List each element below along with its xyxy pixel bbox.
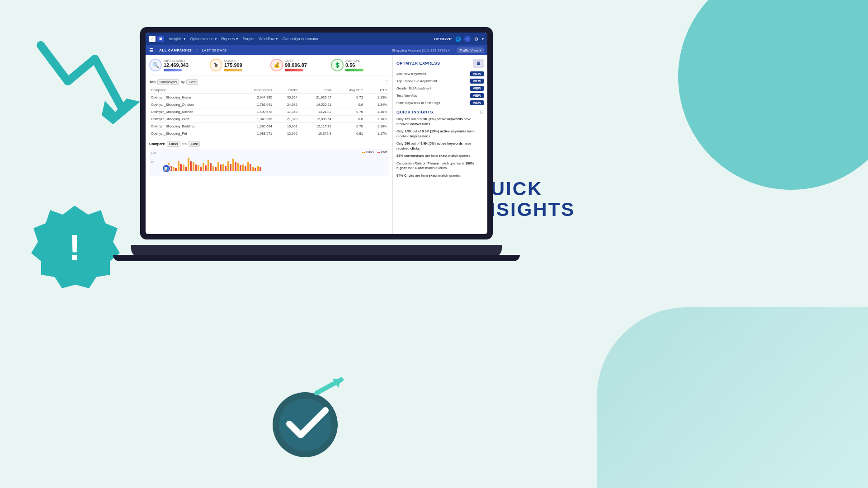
express-header: OPTMYZR EXPRESS 🖥 (396, 59, 484, 68)
deco-checkmark-icon (262, 375, 353, 465)
bar-cost (175, 168, 177, 171)
cost-dropdown[interactable]: Cost (186, 79, 198, 85)
svg-text:!: ! (69, 227, 81, 267)
big-title-quick: Quick (475, 178, 646, 199)
table-row[interactable]: Optmyzr_Shopping_Pet 1,083,571 12,656 10… (149, 130, 389, 137)
laptop-screen-bezel: ⌂ ▣ Insights ▾ Optimizations ▾ Reports ▾… (140, 27, 493, 239)
laptop: ⌂ ▣ Insights ▾ Optimizations ▾ Reports ▾… (140, 27, 493, 258)
compare-clicks-dropdown[interactable]: Clicks (167, 141, 180, 147)
cell-avg-cpc: 0.6 (333, 116, 365, 123)
by-label: by (181, 80, 184, 84)
sub-nav-view[interactable]: Traffic View ▾ (457, 47, 484, 53)
bg-light-arc (597, 307, 868, 488)
home-icon[interactable]: ⌂ (149, 36, 156, 42)
cell-impressions: 1,380,664 (234, 123, 274, 130)
express-view-button[interactable]: VIEW (470, 100, 484, 105)
express-view-button[interactable]: VIEW (470, 86, 484, 91)
table-row[interactable]: Optmyzr_Shopping_Home 2,644,985 30,324 2… (149, 94, 389, 101)
cost-value: 98,006.87 (285, 62, 307, 68)
cell-cost: 10,372.9 (299, 130, 333, 137)
table-section: Top Campaigns by Cost ⋮ Campaign Impress… (149, 79, 389, 137)
chart-bar-group (222, 164, 226, 171)
campaigns-dropdown[interactable]: Campaigns (157, 79, 179, 85)
nav-optimizations[interactable]: Optimizations ▾ (190, 37, 217, 41)
bar-clicks (208, 160, 209, 171)
cell-clicks: 30,324 (274, 94, 299, 101)
table-row[interactable]: Optmyzr_Shopping_Kitchen 1,499,672 17,35… (149, 108, 389, 116)
chart-bar-group (193, 162, 197, 171)
cell-impressions: 1,840,353 (234, 116, 274, 123)
nav-settings-icon[interactable]: ⚙ (474, 37, 478, 42)
col-campaign: Campaign (149, 87, 234, 94)
express-icon: 🖥 (473, 59, 484, 68)
cell-impressions: 1,499,672 (234, 108, 274, 116)
express-items-list: Add New Keywords VIEW Age Range Bid Adju… (396, 71, 484, 105)
chart-bar-group (252, 167, 256, 171)
impressions-icon: 🔍 (149, 59, 162, 71)
cell-campaign: Optmyzr_Shopping_Outdoor (149, 101, 234, 108)
table-row[interactable]: Optmyzr_Shopping_Craft 1,840,353 21,329 … (149, 116, 389, 123)
right-panel: OPTMYZR EXPRESS 🖥 Add New Keywords VIEW … (392, 55, 487, 234)
express-item: Push Keywords to First Page VIEW (396, 100, 484, 105)
compare-section: Compare Clicks v/s Cost Clicks (149, 141, 389, 176)
cell-ctr: 1.16% (365, 116, 389, 123)
stat-avg-cpc: 💲 AVG. CPC 0.56 (331, 59, 389, 71)
cell-campaign: Optmyzr_Shopping_Craft (149, 116, 234, 123)
insights-expand-icon[interactable]: ⊡ (480, 110, 484, 114)
bar-clicks (193, 162, 194, 171)
nav-items: Insights ▾ Optimizations ▾ Reports ▾ Scr… (169, 37, 319, 41)
bar-clicks (252, 167, 254, 171)
compare-chart: Clicks Cost 1.2K 8K (149, 149, 389, 176)
chart-bar-group (208, 160, 212, 171)
insight-item: Only 1.5K out of 9.9K (15%) active keywo… (396, 129, 484, 139)
cell-clicks: 17,359 (274, 108, 299, 116)
impressions-value: 12,469,343 (164, 62, 189, 68)
laptop-foot (113, 255, 520, 261)
insight-item: 94% Clicks are from exact match queries. (396, 174, 484, 178)
cell-ctr: 1.17% (365, 130, 389, 137)
chart-bar-group (188, 158, 192, 171)
left-panel: 🔍 IMPRESSIONS 12,469,343 🖱 CLICKS (146, 55, 392, 234)
express-view-button[interactable]: VIEW (470, 93, 484, 98)
express-view-button[interactable]: VIEW (470, 79, 484, 84)
bar-cost (220, 164, 222, 171)
bar-clicks (257, 166, 259, 171)
nav-flag-icon[interactable]: 🌐 (455, 37, 461, 42)
bar-clicks (198, 165, 199, 171)
express-item-label: Age Range Bid Adjustment (396, 79, 470, 83)
table-row[interactable]: Optmyzr_Shopping_Bedding 1,380,664 16,00… (149, 123, 389, 130)
hamburger-icon[interactable]: ☰ (149, 47, 154, 53)
nav-dropdown-icon[interactable]: ▾ (482, 37, 484, 41)
cell-ctr: 1.15% (365, 94, 389, 101)
clicks-label: CLICKS (224, 59, 242, 62)
compare-label: Compare (149, 142, 165, 146)
cell-cost: 21,923.67 (299, 94, 333, 101)
table-row[interactable]: Optmyzr_Shopping_Outdoor 1,792,041 24,08… (149, 101, 389, 108)
express-item: Add New Keywords VIEW (396, 71, 484, 76)
express-item-label: Add New Keywords (396, 72, 470, 76)
sub-nav-account[interactable]: Shopping Account (111-222-3333) ▾ (392, 48, 449, 52)
cell-avg-cpc: 0.81 (333, 130, 365, 137)
nav-scripts[interactable]: Scripts (243, 37, 255, 41)
nav-reports[interactable]: Reports ▾ (222, 37, 238, 41)
bar-cost (200, 167, 202, 171)
big-title-insights: INsIGHTS (475, 199, 646, 220)
chart-bar-group (212, 166, 217, 171)
insight-item: 89% conversions are from exact match que… (396, 154, 484, 159)
cell-campaign: Optmyzr_Shopping_Home (149, 94, 234, 101)
nav-insights[interactable]: Insights ▾ (169, 37, 186, 41)
nav-help-icon[interactable]: ? (464, 36, 471, 42)
laptop-screen: ⌂ ▣ Insights ▾ Optimizations ▾ Reports ▾… (146, 33, 487, 234)
table-more-btn[interactable]: ⋮ (384, 80, 389, 84)
insights-title: QUICK INSIGHTS (396, 110, 433, 114)
nav-campaign-automator[interactable]: Campaign Automator (283, 37, 319, 41)
nav-workflow[interactable]: Workflow ▾ (259, 37, 278, 41)
compare-cost-dropdown[interactable]: Cost (189, 141, 200, 147)
cell-clicks: 12,656 (274, 130, 299, 137)
express-view-button[interactable]: VIEW (470, 71, 484, 76)
bar-cost (195, 164, 197, 171)
bar-cost (205, 165, 207, 171)
nav-bar: ⌂ ▣ Insights ▾ Optimizations ▾ Reports ▾… (146, 33, 487, 45)
stat-cost: 💰 COST 98,006.87 (270, 59, 328, 71)
clicks-icon: 🖱 (210, 59, 222, 71)
